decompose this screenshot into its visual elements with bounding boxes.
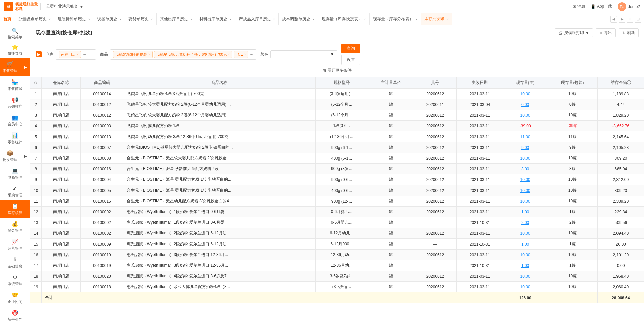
nav-close-btn[interactable]: × bbox=[627, 16, 633, 23]
row-name: 惠氏启赋（Wyeth illuma）4段奶粉 爱尔兰进口 3-6岁及7... bbox=[123, 271, 315, 282]
sidebar-item-member[interactable]: 👥 会员中心 bbox=[0, 112, 30, 129]
close-icon[interactable]: × bbox=[364, 17, 366, 21]
table-container[interactable]: ⚙ 仓库名称 商品编码 商品名称 规格型号 主计量单位 批号 失效日期 现存量(… bbox=[30, 77, 644, 322]
tab-stock-status[interactable]: 现存量（库存状况表） × bbox=[318, 13, 370, 25]
sidebar-item-operations[interactable]: 📈 经营管理 bbox=[0, 236, 30, 254]
row-no: 13 bbox=[30, 217, 42, 228]
close-icon[interactable]: × bbox=[49, 17, 51, 21]
row-qty-pkg: 1罐 bbox=[547, 207, 598, 217]
refresh-btn[interactable]: ↻ 刷新 bbox=[619, 28, 639, 37]
row-qty[interactable]: 11.00 bbox=[503, 131, 547, 142]
nav-next-btn[interactable]: ▶ bbox=[619, 16, 625, 23]
close-icon[interactable]: × bbox=[151, 17, 153, 21]
more-dots[interactable]: ··· bbox=[83, 52, 86, 57]
remove-product-tag-2[interactable]: × bbox=[228, 52, 230, 56]
user-profile[interactable]: Ea demo2 bbox=[618, 2, 640, 11]
app-download-btn[interactable]: 📱 App下载 bbox=[591, 4, 612, 9]
row-qty[interactable]: 10.00 bbox=[503, 196, 547, 207]
row-qty[interactable]: 10.00 bbox=[503, 153, 547, 164]
product-input[interactable]: 飞鹤奶粉3段两提装 × 飞鹤星飞帆 儿童奶粉 4段(3-6岁适用) 700克 ×… bbox=[110, 49, 256, 60]
row-qty[interactable]: 0.00 bbox=[503, 99, 547, 110]
sidebar-item-purchase[interactable]: 🛍 采购管理 bbox=[0, 183, 30, 200]
row-qty[interactable]: 10.00 bbox=[503, 89, 547, 99]
row-amount: 1,829.20 bbox=[598, 110, 644, 121]
row-qty[interactable]: 10.00 bbox=[503, 185, 547, 196]
sidebar-item-quicknav[interactable]: ⭐ 快捷导航 bbox=[0, 42, 30, 58]
tab-order-history[interactable]: 要货单历史 × bbox=[125, 13, 156, 25]
row-qty[interactable]: 1.00 bbox=[503, 239, 547, 250]
row-qty[interactable]: 10.00 bbox=[503, 110, 547, 121]
row-qty[interactable]: 1.00 bbox=[503, 207, 547, 217]
row-qty[interactable]: 9.00 bbox=[503, 142, 547, 153]
expand-more-btn[interactable]: ⊞ 展开更多条件 bbox=[36, 68, 639, 73]
sidebar-item-search[interactable]: 🔍 搜索英单 bbox=[0, 25, 30, 42]
settings-icon[interactable]: ⚙ bbox=[34, 80, 38, 85]
total-label: 合计 bbox=[42, 292, 503, 303]
close-icon[interactable]: × bbox=[312, 17, 314, 21]
query-btn[interactable]: 查询 bbox=[341, 44, 360, 53]
row-qty[interactable]: 10.00 bbox=[503, 271, 547, 282]
row-qty[interactable]: 10.00 bbox=[503, 250, 547, 260]
row-qty[interactable]: 2.00 bbox=[503, 217, 547, 228]
top-bar-left: 好 畅捷通好生意 标题 母婴行业演示账套 ▼ bbox=[4, 2, 86, 11]
expand-icon: ⊞ bbox=[323, 68, 326, 73]
tab-stock-dist[interactable]: 现存量（库存分布表） × bbox=[370, 13, 421, 25]
row-qty[interactable]: 1.00 bbox=[503, 260, 547, 271]
sidebar-item-retail-stats[interactable]: 📊 零售统计 bbox=[0, 129, 30, 147]
more-dots-product[interactable]: ··· bbox=[250, 52, 253, 57]
sidebar-item-marketing[interactable]: 📢 营销推广 bbox=[0, 94, 30, 112]
remove-product-tag-3[interactable]: × bbox=[244, 52, 246, 56]
sidebar-item-system[interactable]: ⚙ 系统管理 bbox=[0, 271, 30, 289]
close-icon[interactable]: × bbox=[273, 17, 275, 21]
tab-material-outbound[interactable]: 材料出库单历史 × bbox=[196, 13, 235, 25]
sidebar-item-retail-mgmt[interactable]: 🛒 零售管理 ▶ bbox=[0, 58, 30, 76]
remove-warehouse-tag[interactable]: × bbox=[77, 52, 79, 56]
row-qty[interactable]: 10.00 bbox=[503, 228, 547, 239]
close-icon[interactable]: × bbox=[190, 17, 192, 21]
close-icon[interactable]: × bbox=[229, 17, 231, 21]
tab-assemble-history[interactable]: 组装拆卸单历史 × bbox=[54, 13, 94, 25]
tab-transfer-history[interactable]: 调拨单历史 × bbox=[94, 13, 125, 25]
nav-expand-btn[interactable]: ⊡ bbox=[635, 16, 641, 23]
tab-home[interactable]: 首页 bbox=[0, 13, 15, 25]
close-icon[interactable]: × bbox=[88, 17, 90, 21]
row-no: 8 bbox=[30, 164, 42, 174]
export-btn[interactable]: ⬆ 导出 bbox=[596, 28, 616, 37]
color-input[interactable]: ▼ bbox=[270, 50, 337, 58]
row-qty[interactable]: -39.00 bbox=[503, 121, 547, 131]
tab-outbound-history[interactable]: 其他出库单历史 × bbox=[157, 13, 196, 25]
row-qty-pkg: 1罐 bbox=[547, 239, 598, 250]
row-spec: 900g (3岁... bbox=[315, 164, 368, 174]
row-qty[interactable]: 10.00 bbox=[503, 174, 547, 185]
nav-prev-btn[interactable]: ◀ bbox=[610, 16, 617, 23]
print-btn[interactable]: 🖨 按模板打印 ▼ bbox=[555, 28, 593, 37]
sidebar-item-wholesale[interactable]: 📦 批发管理 ▶ bbox=[0, 147, 30, 165]
settings-col-header[interactable]: ⚙ bbox=[30, 77, 42, 89]
sidebar-item-guide[interactable]: 🎯 新手引导 bbox=[0, 307, 30, 322]
sidebar-item-basic-info[interactable]: ℹ 基础信息 bbox=[0, 254, 30, 271]
row-qty[interactable]: 3.00 bbox=[503, 164, 547, 174]
sidebar-item-stock[interactable]: 📋 库存核算 bbox=[0, 200, 30, 218]
setting-btn[interactable]: 设置 bbox=[341, 55, 360, 65]
sidebar-item-finance[interactable]: 💰 资金管理 bbox=[0, 218, 30, 236]
sidebar-item-ecommerce[interactable]: 💻 电商管理 bbox=[0, 165, 30, 183]
tab-cost-adjust[interactable]: 成本调整单历史 × bbox=[279, 13, 318, 25]
industry-select[interactable]: 母婴行业演示账套 ▼ bbox=[43, 4, 86, 9]
row-amount: 2,060.40 bbox=[598, 282, 644, 292]
expand-filter-btn[interactable]: ▶ bbox=[36, 51, 42, 57]
close-icon[interactable]: × bbox=[119, 17, 121, 21]
row-name: 惠氏启赋（Wyeth illuma）1段奶粉 爱尔兰进口 0-6月婴... bbox=[123, 217, 315, 228]
search-icon: 🔍 bbox=[12, 28, 18, 34]
tab-product-inbound[interactable]: 产成品入库单历史 × bbox=[235, 13, 279, 25]
remove-product-tag-1[interactable]: × bbox=[148, 52, 150, 56]
sidebar-item-retail-shop[interactable]: 🏪 零售商城 bbox=[0, 76, 30, 94]
message-btn[interactable]: ✉ 消息 bbox=[573, 4, 585, 9]
tab-inventory-history[interactable]: 分量盘点单历史 × bbox=[15, 13, 54, 25]
close-icon[interactable]: × bbox=[415, 17, 417, 21]
row-qty[interactable]: 10.00 bbox=[503, 282, 547, 292]
close-icon[interactable]: × bbox=[446, 17, 448, 21]
warehouse-input[interactable]: 南岸门店 × ··· bbox=[56, 49, 96, 60]
row-name: 飞鹤星飞帆 婴儿配方奶粉 1段 bbox=[123, 121, 315, 131]
tab-batch-account[interactable]: 库存批次账 × bbox=[421, 13, 452, 25]
sidebar-item-collab[interactable]: 🤝 企业协同 bbox=[0, 289, 30, 307]
